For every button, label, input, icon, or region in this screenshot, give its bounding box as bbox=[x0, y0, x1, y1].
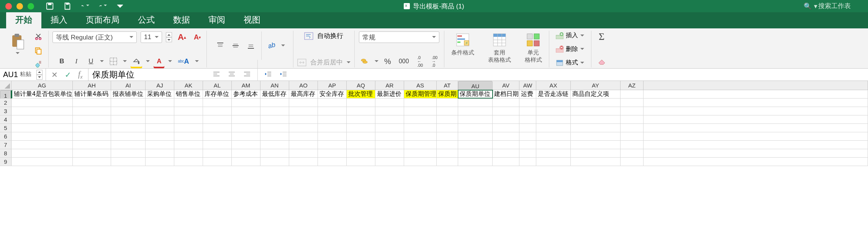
cell-AZ1[interactable] bbox=[621, 90, 644, 98]
cell-AG4[interactable] bbox=[11, 115, 73, 123]
cell-AJ8[interactable] bbox=[146, 149, 174, 157]
cell-AW2[interactable] bbox=[519, 99, 536, 107]
cell-AJ9[interactable] bbox=[146, 158, 174, 166]
cell-AR2[interactable] bbox=[375, 99, 404, 107]
cell-AK2[interactable] bbox=[174, 99, 203, 107]
fill-color-button[interactable] bbox=[131, 56, 142, 67]
cell-AS6[interactable] bbox=[404, 132, 437, 140]
cell-AX9[interactable] bbox=[536, 158, 571, 166]
col-header-AV[interactable]: AV bbox=[493, 81, 519, 90]
cell-AQ3[interactable] bbox=[347, 107, 375, 115]
cell-AU7[interactable] bbox=[458, 141, 493, 149]
increase-font-icon[interactable]: A▴ bbox=[176, 32, 188, 43]
cell-AN9[interactable] bbox=[260, 158, 289, 166]
cell-AO6[interactable] bbox=[289, 132, 318, 140]
cell-AO9[interactable] bbox=[289, 158, 318, 166]
cell-AX3[interactable] bbox=[536, 107, 571, 115]
orientation-more[interactable] bbox=[281, 44, 285, 48]
cell-AH6[interactable] bbox=[73, 132, 111, 140]
select-all-corner[interactable] bbox=[0, 81, 11, 90]
cell-AG5[interactable] bbox=[11, 124, 73, 132]
cell-AM6[interactable] bbox=[232, 132, 260, 140]
cell-AZ6[interactable] bbox=[621, 132, 644, 140]
cell-AI7[interactable] bbox=[111, 141, 146, 149]
cell-AJ7[interactable] bbox=[146, 141, 174, 149]
cell-AN7[interactable] bbox=[260, 141, 289, 149]
font-color-more[interactable] bbox=[168, 60, 172, 64]
tab-页面布局[interactable]: 页面布局 bbox=[77, 12, 129, 28]
cell-AU4[interactable] bbox=[458, 115, 493, 123]
cell-AN5[interactable] bbox=[260, 124, 289, 132]
cell-AH9[interactable] bbox=[73, 158, 111, 166]
cell-AK7[interactable] bbox=[174, 141, 203, 149]
cell-AP8[interactable] bbox=[318, 149, 347, 157]
cell-AQ8[interactable] bbox=[347, 149, 375, 157]
row-header-4[interactable]: 4 bbox=[0, 115, 11, 123]
cell-AV6[interactable] bbox=[493, 132, 519, 140]
cell-AP5[interactable] bbox=[318, 124, 347, 132]
cell-AV3[interactable] bbox=[493, 107, 519, 115]
cell-AM3[interactable] bbox=[232, 107, 260, 115]
cell-AK4[interactable] bbox=[174, 115, 203, 123]
col-header-AJ[interactable]: AJ bbox=[146, 81, 174, 90]
formula-input[interactable]: 保质期单位 bbox=[88, 69, 868, 81]
sheet-search[interactable]: 🔍 ▾ bbox=[804, 2, 864, 10]
cell-AW7[interactable] bbox=[519, 141, 536, 149]
cell-AN1[interactable]: 最低库存 bbox=[260, 90, 289, 98]
cell-AT2[interactable] bbox=[437, 99, 458, 107]
cell-AI9[interactable] bbox=[111, 158, 146, 166]
cell-AV9[interactable] bbox=[493, 158, 519, 166]
merge-center-button[interactable]: 合并后居中 bbox=[297, 58, 350, 67]
col-header-AX[interactable]: AX bbox=[536, 81, 571, 90]
cell-AH8[interactable] bbox=[73, 149, 111, 157]
number-format-select[interactable]: 常规 bbox=[359, 31, 439, 43]
undo-button[interactable] bbox=[81, 2, 89, 10]
cell-AI5[interactable] bbox=[111, 124, 146, 132]
cell-AX4[interactable] bbox=[536, 115, 571, 123]
cell-AX1[interactable]: 是否走冻链 bbox=[536, 90, 571, 98]
cell-AS2[interactable] bbox=[404, 99, 437, 107]
cell-AY6[interactable] bbox=[571, 132, 621, 140]
cell-AS7[interactable] bbox=[404, 141, 437, 149]
tab-开始[interactable]: 开始 bbox=[6, 12, 41, 28]
col-header-AM[interactable]: AM bbox=[232, 81, 260, 90]
cell-AY8[interactable] bbox=[571, 149, 621, 157]
cell-AU3[interactable] bbox=[458, 107, 493, 115]
cell-AQ7[interactable] bbox=[347, 141, 375, 149]
cell-AZ5[interactable] bbox=[621, 124, 644, 132]
cell-AJ4[interactable] bbox=[146, 115, 174, 123]
cell-AV2[interactable] bbox=[493, 99, 519, 107]
cell-AO8[interactable] bbox=[289, 149, 318, 157]
italic-button[interactable]: I bbox=[71, 56, 82, 67]
autosave-icon[interactable] bbox=[46, 2, 54, 10]
col-header-AT[interactable]: AT bbox=[437, 81, 458, 90]
cell-AS4[interactable] bbox=[404, 115, 437, 123]
cell-AM5[interactable] bbox=[232, 124, 260, 132]
col-header-AQ[interactable]: AQ bbox=[347, 81, 375, 90]
cell-AR7[interactable] bbox=[375, 141, 404, 149]
cell-AR3[interactable] bbox=[375, 107, 404, 115]
cell-AT5[interactable] bbox=[437, 124, 458, 132]
cell-AT3[interactable] bbox=[437, 107, 458, 115]
cell-AS1[interactable]: 保质期管理 bbox=[404, 90, 437, 98]
cell-AX5[interactable] bbox=[536, 124, 571, 132]
format-painter-button[interactable] bbox=[32, 59, 44, 70]
cell-AM7[interactable] bbox=[232, 141, 260, 149]
cell-AY4[interactable] bbox=[571, 115, 621, 123]
comma-button[interactable]: 000 bbox=[397, 56, 411, 67]
currency-button[interactable] bbox=[359, 56, 371, 67]
cell-AL6[interactable] bbox=[203, 132, 232, 140]
spreadsheet-grid[interactable]: AGAHAIAJAKALAMANAOAPAQARASATAUAVAWAXAYAZ… bbox=[0, 81, 868, 166]
cell-AK9[interactable] bbox=[174, 158, 203, 166]
cell-AU8[interactable] bbox=[458, 149, 493, 157]
cell-AL3[interactable] bbox=[203, 107, 232, 115]
cell-AO7[interactable] bbox=[289, 141, 318, 149]
font-color-button[interactable]: A bbox=[154, 56, 164, 67]
col-header-AP[interactable]: AP bbox=[318, 81, 347, 90]
col-header-AO[interactable]: AO bbox=[289, 81, 318, 90]
cell-AV4[interactable] bbox=[493, 115, 519, 123]
tab-插入[interactable]: 插入 bbox=[41, 12, 77, 28]
cell-AZ9[interactable] bbox=[621, 158, 644, 166]
col-header-AI[interactable]: AI bbox=[111, 81, 146, 90]
cell-AN4[interactable] bbox=[260, 115, 289, 123]
